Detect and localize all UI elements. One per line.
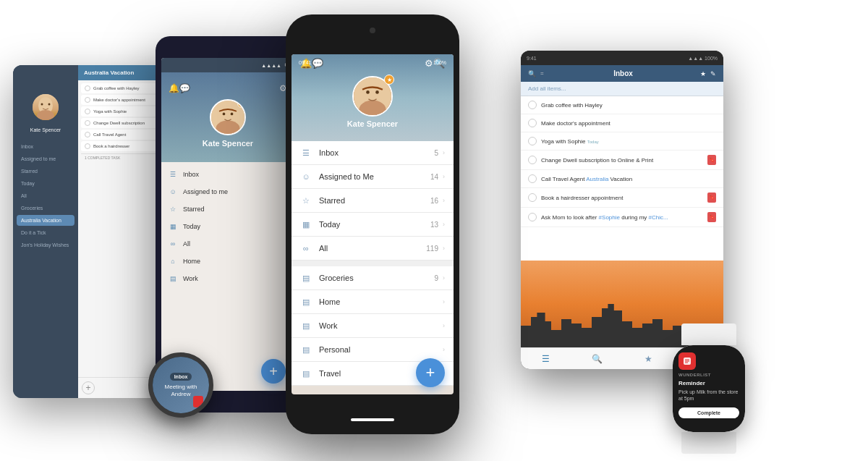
svg-point-1 (37, 110, 54, 120)
today-count: 13 (430, 221, 438, 229)
starred-chevron-icon: › (443, 197, 445, 204)
android-nav-work[interactable]: ▤ Work (161, 270, 294, 287)
tr-task-circle (528, 119, 537, 127)
iphone-menu-assigned[interactable]: ☺ Assigned to Me 14 › (292, 165, 454, 189)
iphone-fab[interactable]: + (416, 358, 445, 387)
today-chevron-icon: › (443, 221, 445, 228)
android-watch: Inbox Meeting withAndrew (141, 352, 221, 432)
work-chevron-icon: › (443, 322, 445, 329)
tr-task: Yoga with Sophie Today (521, 132, 723, 151)
tr-search-icon[interactable]: 🔍 (528, 70, 536, 77)
apple-watch: WUNDERLIST Reminder Pick up Milk from th… (662, 323, 756, 439)
android-nav-assigned[interactable]: ☺ Assigned to me (161, 183, 294, 200)
android-screen: ▲▲▲▲ ⚙ 🔔 💬 ⚙ (161, 58, 294, 391)
tr-tab-inbox[interactable]: ☰ (542, 354, 550, 364)
iphone-avatar: ★ (352, 76, 393, 117)
tr-edit-icon[interactable]: ✎ (710, 70, 716, 77)
personal-chevron-icon: › (443, 346, 445, 353)
svg-point-8 (231, 113, 234, 116)
tl-nav-all[interactable]: All (17, 190, 75, 201)
android-chat-icon[interactable]: 💬 (179, 83, 190, 93)
all-chevron-icon: › (443, 245, 445, 252)
starred-label: Starred (319, 196, 345, 205)
iphone-menu-starred[interactable]: ☆ Starred 16 › (292, 189, 454, 213)
home-icon: ▤ (300, 296, 312, 308)
tr-task-circle (528, 101, 537, 109)
tr-task-circle (528, 137, 537, 145)
groceries-label: Groceries (319, 274, 354, 282)
tl-nav-starred[interactable]: Starred (17, 166, 75, 177)
tl-task-circle (85, 97, 90, 103)
tl-nav-today[interactable]: Today (17, 178, 75, 189)
tl-nav-inbox[interactable]: Inbox (17, 141, 75, 152)
tl-nav-holiday[interactable]: Jon's Holiday Wishes (17, 240, 75, 250)
watch-band-bottom (681, 432, 736, 454)
work-icon: ▤ (300, 320, 312, 331)
iphone-menu-today[interactable]: ▦ Today 13 › (292, 213, 454, 237)
tr-task: Call Travel Agent Australia Vacation (521, 170, 723, 188)
watch-complete-button[interactable]: Complete (678, 407, 739, 418)
travel-icon: ▤ (300, 368, 312, 379)
tl-nav-assigned[interactable]: Assigned to me (17, 153, 75, 164)
starred-icon: ☆ (300, 195, 312, 206)
tl-add-button[interactable]: + (82, 381, 95, 394)
android-watch-flag (193, 396, 203, 407)
watch-band-top (681, 323, 736, 345)
android-today-icon: ▦ (169, 222, 177, 231)
tr-star-icon[interactable]: ★ (700, 70, 706, 77)
tr-task: Ask Mom to look after #Sophie during my … (521, 208, 723, 227)
tr-add-bar[interactable]: Add all items... (521, 82, 723, 96)
tr-tab-star[interactable]: ★ (644, 354, 652, 364)
tr-header-title: Inbox (550, 69, 696, 77)
tr-tab-search[interactable]: 🔍 (592, 354, 603, 364)
tl-nav-groceries[interactable]: Groceries (17, 203, 75, 213)
android-bell-icon[interactable]: 🔔 (169, 83, 179, 93)
android-status-bar: ▲▲▲▲ ⚙ (161, 58, 294, 72)
iphone-menu-groceries[interactable]: ▤ Groceries 9 › (292, 266, 454, 290)
iphone-menu-all[interactable]: ∞ All 119 › (292, 237, 454, 261)
tr-task-circle (528, 174, 537, 183)
tr-task-circle (528, 156, 537, 164)
watch-notification-title: Reminder (678, 380, 739, 386)
android-nav: ☰ Inbox ☺ Assigned to me ☆ Starred ▦ Tod… (161, 162, 294, 291)
tl-nav-doit[interactable]: Do it a Tick (17, 227, 75, 238)
all-label: All (319, 244, 328, 253)
android-nav-inbox[interactable]: ☰ Inbox (161, 166, 294, 183)
android-profile-header: 🔔 💬 ⚙ Ka (161, 72, 294, 162)
android-nav-today[interactable]: ▦ Today (161, 218, 294, 235)
iphone-time: 09:41 (299, 60, 312, 65)
android-assigned-icon: ☺ (169, 187, 177, 196)
tl-task-circle (85, 109, 90, 114)
android-nav-all[interactable]: ∞ All (161, 235, 294, 253)
android-star-icon: ☆ (169, 205, 177, 213)
apple-watch-screen: WUNDERLIST Reminder Pick up Milk from th… (673, 345, 745, 432)
android-home-icon: ⌂ (169, 257, 177, 266)
inbox-label: Inbox (319, 148, 339, 157)
tablet-right-header: 🔍 = Inbox ★ ✎ (521, 65, 723, 82)
tl-nav-australia[interactable]: Australia Vacation (17, 215, 75, 226)
android-fab[interactable]: + (261, 359, 286, 384)
iphone-camera (370, 28, 375, 33)
android-work-icon: ▤ (169, 274, 177, 283)
iphone-home-bar[interactable] (351, 418, 394, 421)
android-watch-text: Meeting withAndrew (165, 384, 197, 397)
android-nav-starred[interactable]: ☆ Starred (161, 200, 294, 218)
iphone-menu-work[interactable]: ▤ Work › (292, 314, 454, 338)
tr-task-flag: 🔖 (707, 155, 716, 165)
tablet-right: 9:41 ▲▲▲ 100% 🔍 = Inbox ★ ✎ Add all item… (521, 51, 723, 369)
iphone-menu-list: ☰ Inbox 5 › ☺ Assigned to Me 14 (292, 141, 454, 386)
tr-task: Book a hairdresser appointment 🔖 (521, 188, 723, 208)
home-label: Home (319, 297, 340, 306)
tr-task-circle (528, 193, 537, 202)
assigned-chevron-icon: › (443, 173, 445, 180)
android-watch-label: Inbox (170, 373, 192, 381)
android-watch-case: Inbox Meeting withAndrew (148, 352, 213, 418)
assigned-label: Assigned to Me (319, 172, 374, 181)
inbox-chevron-icon: › (443, 149, 445, 156)
svg-point-3 (48, 103, 51, 106)
android-nav-home[interactable]: ⌂ Home (161, 253, 294, 270)
tablet-right-status: 9:41 ▲▲▲ 100% (521, 51, 723, 65)
tr-task-flag: 🔖 (707, 193, 716, 203)
iphone-menu-home[interactable]: ▤ Home › (292, 290, 454, 314)
iphone-menu-inbox[interactable]: ☰ Inbox 5 › (292, 141, 454, 165)
